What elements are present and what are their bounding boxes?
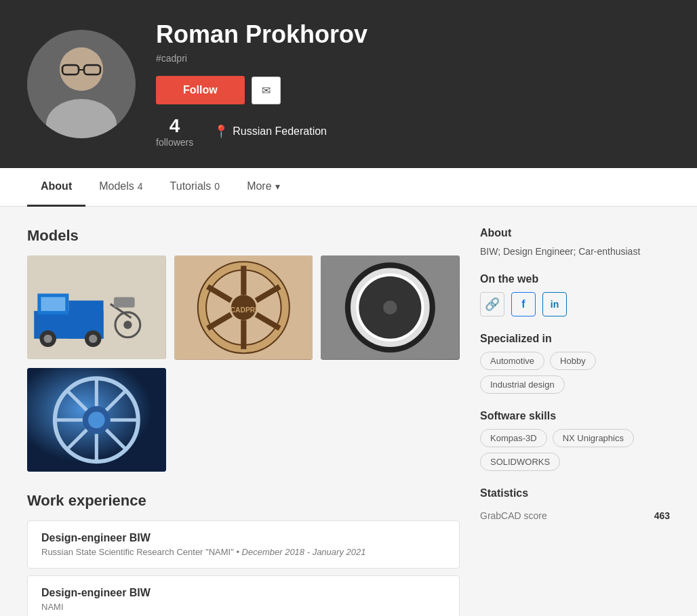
specialized-title: Specialized in — [480, 333, 670, 345]
profile-info: Roman Prokhorov #cadpri Follow ✉ 4 follo… — [156, 20, 670, 148]
models-section-title: Models — [27, 227, 460, 245]
nav-item-tutorials[interactable]: Tutorials 0 — [157, 168, 234, 207]
stats-row-grabcad: GrabCAD score 463 — [480, 506, 670, 525]
followers-count: 4 — [156, 115, 193, 137]
followers-block: 4 followers — [156, 115, 193, 148]
svg-point-21 — [123, 321, 132, 329]
right-column: About BIW; Design Engineer; Car-enthusia… — [480, 227, 670, 616]
work-date-0: December 2018 - January 2021 — [242, 547, 366, 557]
tag-automotive: Automotive — [480, 352, 544, 370]
model-card-rim[interactable] — [27, 368, 166, 472]
follow-button[interactable]: Follow — [156, 76, 245, 104]
work-company-1: NAMI — [41, 602, 445, 612]
software-tags: Kompas-3D NX Unigraphics SOLIDWORKS — [480, 429, 670, 471]
sidebar-software: Software skills Kompas-3D NX Unigraphics… — [480, 410, 670, 471]
models-badge: 4 — [138, 181, 143, 192]
svg-point-51 — [88, 411, 105, 428]
svg-point-18 — [89, 335, 97, 343]
work-experience-section: Work experience Design-engineer BIW Russ… — [27, 492, 460, 616]
work-title-1: Design-engineer BIW — [41, 587, 445, 599]
profile-meta: 4 followers 📍 Russian Federation — [156, 115, 670, 148]
tag-kompas: Kompas-3D — [480, 429, 547, 447]
model-card-truck[interactable] — [27, 255, 166, 359]
svg-rect-13 — [41, 297, 65, 310]
left-column: Models — [27, 227, 460, 616]
profile-name: Roman Prokhorov — [156, 20, 670, 49]
tag-nx: NX Unigraphics — [553, 429, 634, 447]
profile-header: Roman Prokhorov #cadpri Follow ✉ 4 follo… — [0, 0, 697, 168]
about-text: BIW; Design Engineer; Car-enthusiast — [480, 246, 670, 257]
location-block: 📍 Russian Federation — [214, 124, 327, 139]
sidebar-about: About BIW; Design Engineer; Car-enthusia… — [480, 227, 670, 257]
svg-rect-22 — [114, 297, 135, 307]
svg-text:CADPRI: CADPRI — [230, 306, 256, 314]
avatar — [27, 30, 136, 138]
facebook-icon[interactable]: f — [511, 292, 536, 316]
sidebar-specialized: Specialized in Automotive Hobby Industri… — [480, 333, 670, 394]
tag-hobby: Hobby — [550, 352, 596, 370]
location-pin-icon: 📍 — [214, 124, 228, 139]
nav-item-more[interactable]: More ▾ — [233, 168, 293, 207]
linkedin-icon[interactable]: in — [542, 292, 567, 316]
tutorials-badge: 0 — [214, 181, 220, 192]
model-card-steering[interactable]: CADPRI — [174, 255, 313, 360]
more-chevron-icon: ▾ — [275, 181, 280, 192]
profile-nav: About Models 4 Tutorials 0 More ▾ — [0, 168, 697, 207]
profile-actions: Follow ✉ — [156, 76, 670, 104]
message-button[interactable]: ✉ — [252, 77, 281, 104]
about-title: About — [480, 227, 670, 239]
main-content: Models — [0, 207, 697, 616]
web-icons: 🔗 f in — [480, 292, 670, 316]
sidebar-on-web: On the web 🔗 f in — [480, 273, 670, 316]
software-title: Software skills — [480, 410, 670, 422]
svg-point-16 — [44, 335, 52, 343]
specialized-tags: Automotive Hobby Industrial design — [480, 352, 670, 394]
work-section-title: Work experience — [27, 492, 460, 510]
followers-label: followers — [156, 137, 193, 148]
svg-point-38 — [383, 301, 397, 314]
statistics-title: Statistics — [480, 487, 670, 499]
message-icon: ✉ — [262, 85, 271, 96]
models-grid: CADPRI — [27, 255, 460, 472]
profile-username: #cadpri — [156, 53, 670, 64]
stats-value-grabcad: 463 — [654, 510, 670, 521]
stats-label-grabcad: GrabCAD score — [480, 510, 547, 521]
sidebar-statistics: Statistics GrabCAD score 463 — [480, 487, 670, 525]
nav-item-models[interactable]: Models 4 — [85, 168, 156, 207]
work-card-0: Design-engineer BIW Russian State Scient… — [27, 520, 460, 569]
link-icon[interactable]: 🔗 — [480, 292, 504, 316]
location-text: Russian Federation — [233, 125, 327, 138]
work-company-0: Russian State Scientific Research Center… — [41, 547, 445, 557]
on-web-title: On the web — [480, 273, 670, 285]
model-card-wheel[interactable] — [321, 255, 460, 360]
work-card-1: Design-engineer BIW NAMI — [27, 575, 460, 616]
tag-solidworks: SOLIDWORKS — [480, 453, 560, 471]
nav-item-about[interactable]: About — [27, 168, 85, 207]
work-title-0: Design-engineer BIW — [41, 532, 445, 544]
tag-industrial-design: Industrial design — [480, 375, 565, 394]
